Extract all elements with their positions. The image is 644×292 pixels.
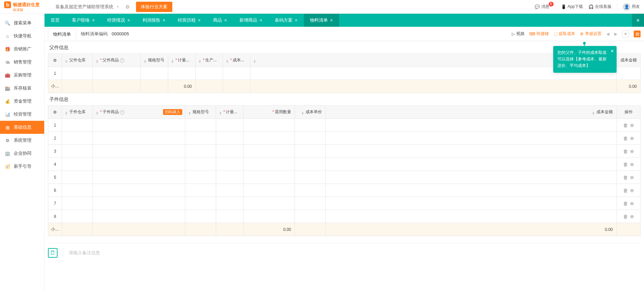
parent-header-gear[interactable]: ⚙ (48, 54, 62, 67)
add-row-icon[interactable]: ⊕ (630, 136, 634, 141)
parent-header-spec[interactable]: 规格型号 (141, 54, 168, 67)
child-header-product[interactable]: *子件商品?扫码录入 (93, 106, 185, 119)
tab[interactable]: 商品✕ (207, 14, 233, 27)
next-page-button[interactable]: ▶ (614, 32, 617, 36)
tab[interactable]: 物料清单✕ (304, 14, 339, 27)
remarks-icon[interactable]: 🗒 (48, 248, 58, 258)
bill-settings-link[interactable]: ⚙单据设置 (580, 31, 602, 37)
child-header-warehouse[interactable]: 子件仓库 (62, 106, 93, 119)
tab-close-icon[interactable]: ✕ (224, 18, 227, 23)
tab[interactable]: 经营情况✕ (101, 14, 136, 27)
sidebar-item[interactable]: ▦基础信息 (0, 121, 44, 134)
delete-row-icon[interactable]: 🗑 (623, 214, 628, 219)
sidebar-item[interactable]: 🧰采购管理 (0, 69, 44, 82)
sidebar-item-label: 系统管理 (14, 137, 32, 143)
tab-close-icon[interactable]: ✕ (295, 18, 298, 23)
sidebar-item[interactable]: 💰资金管理 (0, 95, 44, 108)
remarks-input[interactable]: 请输入备注信息 (69, 250, 100, 256)
sidebar-item-label: 资金管理 (14, 98, 32, 104)
parent-section-title: 父件信息 (48, 41, 641, 54)
delete-row-icon[interactable]: 🗑 (623, 201, 628, 206)
sidebar-item[interactable]: ⌂快捷导航 (0, 30, 44, 43)
sidebar-item[interactable]: 🧭新手引导 (0, 160, 44, 173)
industry-plan-button[interactable]: 体验行业方案 (136, 2, 172, 12)
shortcut-link[interactable]: ⌨快捷键 (529, 31, 549, 37)
tooltip-close-button[interactable]: ✕ (610, 48, 614, 55)
table-row[interactable]: 1🗑⊕ (48, 119, 641, 132)
table-row[interactable]: 5🗑⊕ (48, 171, 641, 184)
parent-header-cost-amount[interactable]: 成本金额 (617, 54, 641, 67)
delete-row-icon[interactable]: 🗑 (623, 162, 628, 167)
add-row-icon[interactable]: ⊕ (630, 175, 634, 180)
page-tab-bom[interactable]: 物料清单 (48, 28, 76, 40)
online-service-button[interactable]: 🎧 在线客服 (589, 4, 611, 10)
bom-code-value: 0000005 (112, 31, 129, 36)
table-row[interactable]: 7🗑⊕ (48, 197, 641, 210)
child-header-cost-amount[interactable]: 成本金额 (326, 106, 617, 119)
parent-header-produce[interactable]: *生产... (196, 54, 223, 67)
table-row[interactable]: 1 (48, 67, 641, 80)
parent-header-unit[interactable]: *计量... (168, 54, 196, 67)
child-header-cost-price[interactable]: 成本单价 (295, 106, 326, 119)
app-download-button[interactable]: 📱 App下载 (561, 4, 583, 10)
tab[interactable]: 客户联络✕ (66, 14, 101, 27)
sidebar-item[interactable]: 🎁营销推广 (0, 43, 44, 56)
sidebar-item[interactable]: 🏬库存核算 (0, 82, 44, 95)
parent-header-product[interactable]: *父件商品? (93, 54, 141, 67)
parent-header-warehouse[interactable]: 父件仓库 (62, 54, 93, 67)
tab-close-icon[interactable]: ✕ (259, 18, 262, 23)
prev-page-button[interactable]: ◀ (606, 32, 609, 36)
help-icon[interactable]: ? (120, 58, 124, 63)
add-row-icon[interactable]: ⊕ (630, 214, 634, 219)
tab[interactable]: 条码方案✕ (269, 14, 304, 27)
help-icon[interactable]: ? (120, 110, 124, 115)
parent-header-cost[interactable]: *成本... (223, 54, 250, 67)
view-grid-button[interactable]: ▤ (634, 31, 641, 37)
gear-icon[interactable]: ⚙ (125, 4, 130, 10)
tab-close-icon[interactable]: ✕ (198, 18, 201, 23)
child-header-unit[interactable]: *计量... (216, 106, 244, 119)
close-all-tabs[interactable]: ✕ (632, 14, 644, 27)
sidebar-item[interactable]: 🔍搜索菜单 (0, 16, 44, 30)
tab-close-icon[interactable]: ✕ (330, 18, 333, 23)
table-row[interactable]: 3🗑⊕ (48, 145, 641, 158)
message-button[interactable]: 💬 消息 6 (535, 4, 556, 10)
add-row-icon[interactable]: ⊕ (630, 188, 634, 193)
add-row-icon[interactable]: ⊕ (630, 201, 634, 206)
sidebar-item[interactable]: 🏢企业协同 (0, 147, 44, 160)
delete-row-icon[interactable]: 🗑 (623, 175, 628, 180)
delete-row-icon[interactable]: 🗑 (623, 136, 628, 141)
child-header-spec[interactable]: 规格型号 (185, 106, 216, 119)
delete-row-icon[interactable]: 🗑 (623, 188, 628, 193)
table-row[interactable]: 2🗑⊕ (48, 132, 641, 145)
sidebar-item[interactable]: ⚙系统管理 (0, 134, 44, 147)
tab-close-icon[interactable]: ✕ (127, 18, 130, 23)
tab[interactable]: 利润报告✕ (136, 14, 172, 27)
table-row[interactable]: 6🗑⊕ (48, 184, 641, 197)
parent-subtotal-amount: 0.00 (617, 80, 641, 93)
add-row-icon[interactable]: ⊕ (630, 149, 634, 154)
child-header-gear[interactable]: ⚙ (48, 106, 62, 119)
tab-close-icon[interactable]: ✕ (162, 18, 165, 23)
system-selector[interactable]: 装备及固定资产辅助管理系统 ▾ (55, 4, 122, 10)
sidebar-item[interactable]: 🛍销售管理 (0, 56, 44, 69)
add-row-icon[interactable]: ⊕ (630, 162, 634, 167)
tab-label: 条码方案 (275, 17, 293, 23)
table-row[interactable]: 8🗑⊕ (48, 210, 641, 223)
tab[interactable]: 首页 (45, 14, 66, 27)
tab[interactable]: 新增商品✕ (233, 14, 269, 27)
extract-cost-link[interactable]: ⬚提取成本 (554, 31, 575, 37)
video-link[interactable]: ▷视频 (512, 31, 524, 37)
user-menu[interactable]: 👤 用友 (623, 3, 640, 11)
sidebar-item[interactable]: 📊经营管理 (0, 108, 44, 121)
table-row[interactable]: 4🗑⊕ (48, 158, 641, 171)
tab-close-icon[interactable]: ✕ (92, 18, 95, 23)
child-header-need-qty[interactable]: *需用数量 (244, 106, 295, 119)
tab[interactable]: 经营历程✕ (172, 14, 207, 27)
delete-row-icon[interactable]: 🗑 (623, 149, 628, 154)
delete-row-icon[interactable]: 🗑 (623, 122, 628, 128)
row-index: 6 (48, 184, 62, 197)
view-list-button[interactable]: ≡ (622, 31, 629, 37)
scan-input-badge[interactable]: 扫码录入 (163, 109, 182, 115)
add-row-icon[interactable]: ⊕ (630, 122, 634, 128)
